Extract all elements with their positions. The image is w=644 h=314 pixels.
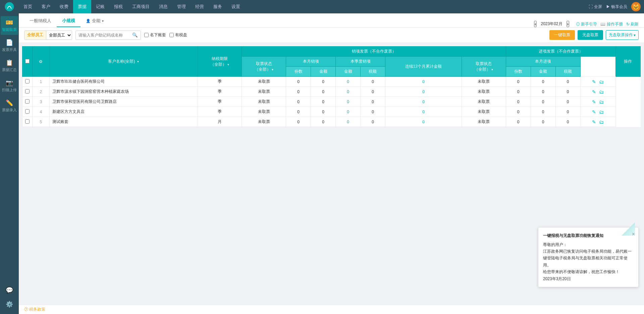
- my-accounts-label: 名下账套: [150, 32, 166, 38]
- tax-period-filter-icon[interactable]: ▾: [227, 63, 229, 66]
- tax-disk-checkbox-label[interactable]: 有税盘: [169, 32, 187, 38]
- next-period-btn[interactable]: ›: [567, 21, 569, 27]
- sidebar-item-label-scan: 扫描上传: [2, 87, 17, 92]
- row-sales-12month[interactable]: 0: [385, 97, 462, 107]
- row-sales-month-amount: 0: [311, 97, 336, 107]
- select-all-checkbox[interactable]: [25, 59, 30, 63]
- tab-bar-left: 一般纳税人 小规模 👤 全能 ▾: [24, 15, 534, 27]
- app-logo[interactable]: [3, 1, 15, 13]
- tab-all-label: 全能: [92, 18, 101, 24]
- row-checkbox-cell[interactable]: [22, 117, 33, 127]
- row-checkbox-1[interactable]: [25, 89, 30, 93]
- row-sales-quarter-amount[interactable]: 0: [336, 117, 361, 127]
- sales-status-filter-icon[interactable]: ▾: [272, 68, 273, 71]
- notification-line: 2023年3月20日: [543, 275, 634, 282]
- row-sales-quarter-amount[interactable]: 0: [336, 87, 361, 97]
- nav-business[interactable]: 工商项目: [127, 0, 154, 13]
- prev-period-btn[interactable]: ‹: [534, 21, 537, 27]
- nav-customers[interactable]: 客户: [37, 0, 55, 13]
- sidebar-item-issue-invoice[interactable]: 📄 发票开具: [1, 36, 18, 55]
- row-sales-12month[interactable]: 0: [385, 77, 462, 87]
- my-accounts-checkbox[interactable]: [144, 33, 149, 37]
- refresh-btn[interactable]: ↻ 刷新: [626, 21, 639, 27]
- user-avatar[interactable]: 🐱: [631, 2, 641, 11]
- row-edit-icon[interactable]: ✎: [592, 119, 596, 125]
- notification-line: 尊敬的用户：: [543, 241, 634, 248]
- newbie-guide-btn[interactable]: ◎ 新手引导: [576, 21, 597, 27]
- tab-all[interactable]: 👤 全能 ▾: [80, 15, 109, 27]
- th-purchase-month: 本月进项: [506, 57, 580, 67]
- no-disk-ops-btn[interactable]: 无盘取票操作 ▾: [606, 30, 639, 40]
- search-button[interactable]: 🔍: [129, 33, 141, 38]
- row-sales-status: 未取票: [242, 97, 286, 107]
- tax-policy-link[interactable]: ⑦ 税务政策: [24, 307, 45, 312]
- row-period: 月: [198, 117, 242, 127]
- nav-settings[interactable]: 设置: [227, 0, 245, 13]
- nav-operations[interactable]: 经营: [191, 0, 209, 13]
- nav-messages[interactable]: 消息: [154, 0, 172, 13]
- row-sales-12month[interactable]: 0: [385, 87, 462, 97]
- period-label: 2023年02月: [541, 21, 562, 27]
- one-click-btn[interactable]: 一键取票: [549, 30, 575, 40]
- sidebar-item-settings[interactable]: ⚙️: [1, 298, 18, 311]
- purchase-status-filter-icon[interactable]: ▾: [491, 68, 493, 71]
- member-btn[interactable]: ▶ 畅享会员: [606, 4, 627, 10]
- no-disk-btn[interactable]: 无盘取票: [578, 30, 603, 40]
- sidebar-item-smart-ticket[interactable]: 🎫 智能取票: [1, 16, 18, 35]
- row-checkbox-3[interactable]: [25, 109, 30, 114]
- search-input[interactable]: [76, 33, 129, 38]
- row-detail-icon[interactable]: 🗂: [599, 79, 604, 84]
- fullscreen-btn[interactable]: ⛶ 全屏: [589, 4, 602, 10]
- row-purchase-month-amount: 0: [531, 107, 555, 117]
- employee-filter[interactable]: 全部员工 全部员工: [24, 30, 72, 40]
- row-checkbox-4[interactable]: [25, 119, 30, 124]
- manual-btn[interactable]: 📖 操作手册: [600, 21, 623, 27]
- my-accounts-checkbox-label[interactable]: 名下账套: [144, 32, 166, 38]
- employee-select[interactable]: 全部员工: [46, 31, 72, 40]
- th-tax-period: 纳税期限（全部）▾: [198, 47, 242, 77]
- nav-manage[interactable]: 管理: [172, 0, 191, 13]
- nav-billing[interactable]: 收费: [55, 0, 73, 13]
- nav-tax[interactable]: 报税: [109, 0, 127, 13]
- row-sales-12month[interactable]: 0: [385, 117, 462, 127]
- sidebar-item-summary[interactable]: 📋 票据汇总: [1, 56, 18, 75]
- row-checkbox-cell[interactable]: [22, 77, 33, 87]
- sidebar-item-scan[interactable]: 📷 扫描上传: [1, 76, 18, 95]
- row-customer-name: 卫辉市保和堂医药有限公司卫辉路店: [49, 97, 198, 107]
- tab-small-scale[interactable]: 小规模: [57, 15, 80, 27]
- nav-accounting[interactable]: 记账: [91, 0, 109, 13]
- nav-home[interactable]: 首页: [19, 0, 37, 13]
- row-purchase-status: 未取票: [462, 107, 506, 117]
- row-detail-icon[interactable]: 🗂: [599, 89, 604, 95]
- nav-tickets[interactable]: 票据: [73, 0, 91, 13]
- row-sales-quarter-amount[interactable]: 0: [336, 107, 361, 117]
- gear-col-icon[interactable]: ⚙: [39, 59, 43, 64]
- row-sales-month-count: 0: [286, 77, 311, 87]
- tax-disk-checkbox[interactable]: [169, 33, 174, 37]
- nav-services[interactable]: 服务: [209, 0, 227, 13]
- row-edit-icon[interactable]: ✎: [592, 89, 596, 95]
- customer-filter-icon[interactable]: ▾: [137, 60, 139, 63]
- row-checkbox-cell[interactable]: [22, 97, 33, 107]
- row-sales-12month[interactable]: 0: [385, 107, 462, 117]
- row-checkbox-0[interactable]: [25, 79, 30, 83]
- row-checkbox-2[interactable]: [25, 99, 30, 104]
- row-detail-icon[interactable]: 🗂: [599, 119, 604, 125]
- row-purchase-status: 未取票: [462, 87, 506, 97]
- row-sales-quarter-amount[interactable]: 0: [336, 97, 361, 107]
- sidebar-item-entry[interactable]: ✏️ 票据录入: [1, 97, 18, 115]
- row-checkbox-cell[interactable]: [22, 87, 33, 97]
- row-checkbox-cell[interactable]: [22, 107, 33, 117]
- row-edit-icon[interactable]: ✎: [592, 109, 596, 115]
- bottom-bar[interactable]: ⑦ 税务政策: [19, 305, 644, 314]
- row-edit-icon[interactable]: ✎: [592, 79, 596, 84]
- row-detail-icon[interactable]: 🗂: [599, 99, 604, 105]
- row-sales-quarter-tax: 0: [361, 107, 385, 117]
- row-edit-icon[interactable]: ✎: [592, 99, 596, 105]
- tab-general-taxpayer[interactable]: 一般纳税人: [24, 15, 57, 27]
- notification-close-btn[interactable]: ×: [632, 230, 635, 239]
- row-detail-icon[interactable]: 🗂: [599, 109, 604, 115]
- sidebar-item-help[interactable]: 💬: [1, 284, 18, 297]
- row-sales-quarter-amount[interactable]: 0: [336, 77, 361, 87]
- row-sales-status: 未取票: [242, 87, 286, 97]
